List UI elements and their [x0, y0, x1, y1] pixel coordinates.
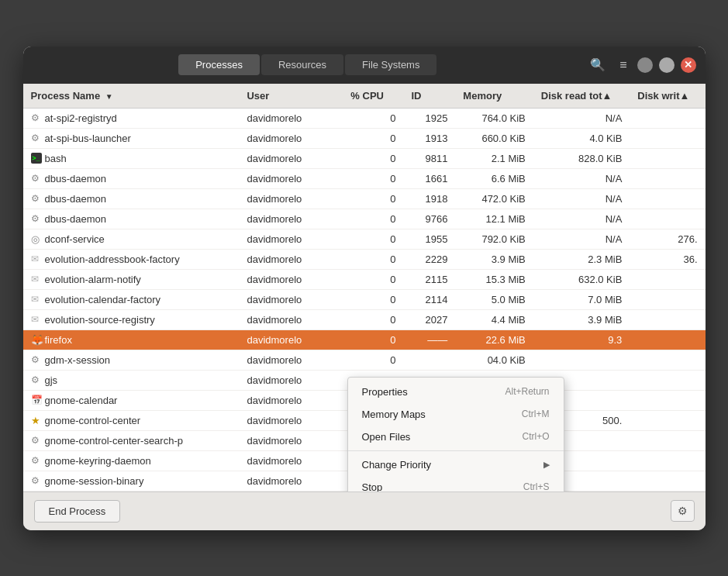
- process-user: davidmorelo: [239, 450, 343, 471]
- process-id: 1955: [403, 229, 455, 249]
- process-user: davidmorelo: [239, 370, 343, 390]
- col-header-id[interactable]: ID: [403, 84, 455, 109]
- process-diskread: N/A: [533, 209, 630, 229]
- tab-bar: Processes Resources File Systems: [33, 54, 584, 75]
- process-id: 9766: [403, 209, 455, 229]
- process-name-cell: ⚙ gnome-control-center-search-p: [23, 430, 240, 450]
- process-user: davidmorelo: [239, 309, 343, 329]
- process-memory: 660.0 KiB: [455, 128, 533, 148]
- process-diskread: 7.0 MiB: [533, 289, 630, 309]
- process-id: 1913: [403, 128, 455, 148]
- menu-icon[interactable]: ≡: [616, 57, 630, 74]
- table-row[interactable]: ⚙ dbus-daemon davidmorelo 0 1918 472.0 K…: [23, 188, 706, 209]
- process-diskread: 9.3: [533, 329, 630, 350]
- table-row[interactable]: ⚙ at-spi2-registryd davidmorelo 0 1925 7…: [23, 108, 706, 128]
- titlebar-controls: 🔍 ≡ − □ ✕: [586, 56, 695, 74]
- table-row[interactable]: 🦊 firefox davidmorelo 0 —— 22.6 MiB 9.3: [23, 329, 706, 350]
- process-diskwrite: 276.: [630, 229, 705, 249]
- process-user: davidmorelo: [239, 471, 343, 491]
- process-diskread: 632.0 KiB: [533, 269, 630, 289]
- process-name: bash: [45, 153, 67, 164]
- mail-icon: ✉: [31, 274, 42, 285]
- context-menu: PropertiesAlt+ReturnMemory MapsCtrl+MOpe…: [347, 377, 564, 491]
- minimize-button[interactable]: −: [637, 57, 653, 73]
- table-row[interactable]: ✉ evolution-calendar-factory davidmorelo…: [23, 289, 706, 309]
- table-row[interactable]: ✉ evolution-alarm-notify davidmorelo 0 2…: [23, 269, 706, 289]
- process-user: davidmorelo: [239, 269, 343, 289]
- col-header-diskread[interactable]: Disk read tot▲: [533, 84, 630, 109]
- table-row[interactable]: ⚙ gdm-x-session davidmorelo 0 04.0 KiB: [23, 350, 706, 370]
- process-name-cell: >_ bash: [23, 148, 240, 168]
- process-diskwrite: [630, 188, 705, 209]
- process-cpu: 0: [343, 289, 403, 309]
- process-user: davidmorelo: [239, 350, 343, 370]
- bottom-bar: End Process ⚙: [23, 491, 706, 530]
- ctx-item-label: Open Files: [362, 431, 411, 443]
- table-row[interactable]: ✉ evolution-addressbook-factory davidmor…: [23, 249, 706, 269]
- col-header-name[interactable]: Process Name ▼: [23, 84, 240, 109]
- ctx-item-properties[interactable]: PropertiesAlt+Return: [348, 381, 564, 403]
- process-memory: 15.3 MiB: [455, 269, 533, 289]
- process-diskread: N/A: [533, 108, 630, 128]
- process-memory: 22.6 MiB: [455, 329, 533, 350]
- tab-processes[interactable]: Processes: [178, 54, 260, 75]
- process-name: evolution-addressbook-factory: [45, 254, 180, 265]
- process-user: davidmorelo: [239, 229, 343, 249]
- ctx-item-label: Stop: [362, 481, 383, 491]
- table-row[interactable]: ⚙ at-spi-bus-launcher davidmorelo 0 1913…: [23, 128, 706, 148]
- close-button[interactable]: ✕: [681, 57, 696, 73]
- process-name: dbus-daemon: [45, 173, 107, 185]
- process-id: 2115: [403, 269, 455, 289]
- process-name: gdm-x-session: [45, 354, 111, 366]
- settings-button[interactable]: ⚙: [671, 500, 695, 522]
- gear-icon: ⚙: [31, 173, 42, 184]
- ctx-item-change-priority[interactable]: Change Priority▶: [348, 454, 564, 476]
- ctx-item-memory-maps[interactable]: Memory MapsCtrl+M: [348, 403, 564, 426]
- process-diskread: 3.9 MiB: [533, 309, 630, 329]
- process-cpu: 0: [343, 168, 403, 188]
- mail-icon: ✉: [31, 254, 42, 264]
- process-memory: 04.0 KiB: [455, 350, 533, 370]
- calendar-icon: 📅: [31, 395, 42, 405]
- search-icon[interactable]: 🔍: [586, 56, 609, 74]
- process-user: davidmorelo: [239, 148, 343, 168]
- table-row[interactable]: ✉ evolution-source-registry davidmorelo …: [23, 309, 706, 329]
- process-diskread: N/A: [533, 168, 630, 188]
- process-cpu: 0: [343, 128, 403, 148]
- ctx-item-label: Change Priority: [362, 459, 432, 471]
- process-diskwrite: [630, 390, 705, 410]
- table-row[interactable]: ◎ dconf-service davidmorelo 0 1955 792.0…: [23, 229, 706, 249]
- process-name: gjs: [45, 374, 58, 386]
- process-name-cell: ⚙ gdm-x-session: [23, 350, 240, 370]
- tab-filesystems[interactable]: File Systems: [345, 54, 436, 75]
- process-cpu: 0: [343, 209, 403, 229]
- col-header-memory[interactable]: Memory: [455, 84, 533, 109]
- tab-resources[interactable]: Resources: [261, 54, 343, 75]
- end-process-button[interactable]: End Process: [34, 500, 121, 523]
- ctx-item-open-files[interactable]: Open FilesCtrl+O: [348, 426, 564, 448]
- col-header-user[interactable]: User: [239, 84, 343, 109]
- process-diskwrite: [630, 289, 705, 309]
- ctx-item-stop[interactable]: StopCtrl+S: [348, 476, 564, 491]
- process-name: dbus-daemon: [45, 193, 107, 205]
- process-table-container: Process Name ▼ User % CPU ID Memory Disk…: [23, 84, 706, 491]
- process-name-cell: ⚙ dbus-daemon: [23, 188, 240, 209]
- process-name: firefox: [45, 334, 72, 346]
- process-name: at-spi-bus-launcher: [45, 133, 131, 144]
- table-row[interactable]: ⚙ dbus-daemon davidmorelo 0 1661 6.6 MiB…: [23, 168, 706, 188]
- submenu-arrow-icon: ▶: [543, 460, 550, 470]
- maximize-button[interactable]: □: [659, 57, 675, 73]
- col-header-cpu[interactable]: % CPU: [343, 84, 403, 109]
- process-diskwrite: [630, 350, 705, 370]
- table-row[interactable]: >_ bash davidmorelo 0 9811 2.1 MiB 828.0…: [23, 148, 706, 168]
- shortcut-label: Ctrl+S: [523, 481, 550, 491]
- process-cpu: 0: [343, 108, 403, 128]
- process-id: 1918: [403, 188, 455, 209]
- shortcut-label: Ctrl+M: [522, 409, 550, 419]
- gear-icon: ⚙: [31, 133, 42, 143]
- shortcut-label: Alt+Return: [505, 386, 549, 397]
- process-diskwrite: [630, 168, 705, 188]
- col-header-diskwrite[interactable]: Disk writ▲: [630, 84, 705, 109]
- table-row[interactable]: ⚙ dbus-daemon davidmorelo 0 9766 12.1 Mi…: [23, 209, 706, 229]
- process-cpu: 0: [343, 188, 403, 209]
